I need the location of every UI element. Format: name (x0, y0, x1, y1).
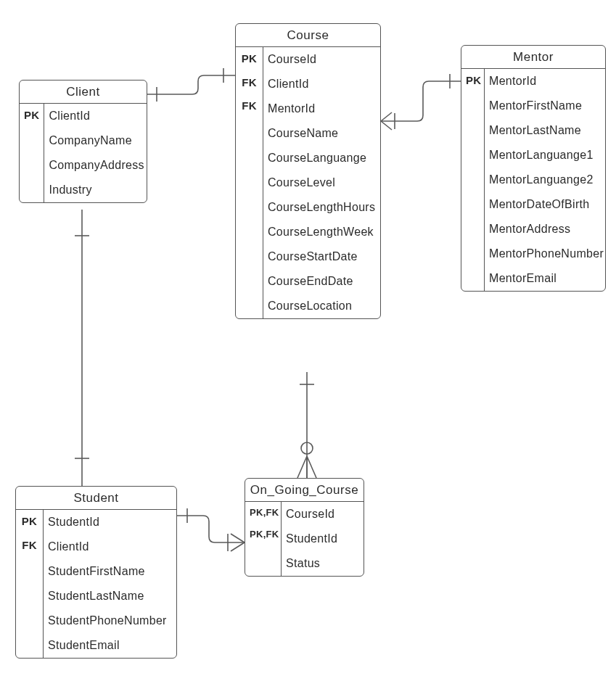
key-cell (236, 169, 263, 176)
svg-line-2 (381, 112, 392, 121)
entity-title: Mentor (461, 46, 605, 69)
svg-line-3 (381, 121, 392, 130)
key-cell (461, 129, 484, 136)
attr-cell: StudentEmail (44, 633, 176, 658)
entity-keys-col: PK (20, 104, 44, 202)
key-cell (16, 564, 43, 571)
svg-line-11 (307, 456, 316, 478)
attr-cell: CompanyAddress (44, 153, 148, 178)
entity-client: Client PK ClientId CompanyName CompanyAd… (19, 80, 147, 203)
key-cell (461, 115, 484, 122)
svg-line-15 (231, 542, 245, 551)
entity-title: Student (16, 487, 176, 510)
attr-cell: StudentId (282, 527, 364, 551)
attr-cell: CourseLanguange (263, 146, 380, 170)
svg-line-10 (297, 456, 307, 478)
key-cell (236, 125, 263, 133)
attr-cell: Industry (44, 178, 148, 202)
key-cell (20, 135, 44, 142)
attr-cell: MentorId (485, 69, 608, 94)
attr-cell: MentorPhoneNumber (485, 242, 608, 266)
entity-mentor: Mentor PK MentorId MentorFirstName Mento… (461, 45, 606, 292)
key-cell (20, 142, 44, 149)
key-cell: FK (236, 94, 263, 118)
entity-title: Course (236, 24, 380, 47)
rel-student-ongoing (177, 516, 245, 542)
key-cell (16, 571, 43, 579)
entity-keys-col: PK FK (16, 510, 44, 658)
key-cell: FK (16, 534, 43, 558)
attr-cell: StudentFirstName (44, 559, 176, 584)
attr-cell: CourseLocation (263, 294, 380, 318)
key-cell (16, 579, 43, 586)
attr-cell: StudentId (44, 510, 176, 535)
entity-attrs-col: CourseId StudentId Status (282, 502, 364, 576)
entity-attrs-col: MentorId MentorFirstName MentorLastName … (485, 69, 608, 291)
key-cell: PK,FK (245, 524, 281, 545)
entity-title: On_Going_Course (245, 479, 364, 502)
entity-attrs-col: CourseId ClientId MentorId CourseName Co… (263, 47, 380, 318)
key-cell (236, 118, 263, 125)
rel-course-mentor (381, 81, 461, 121)
entity-course: Course PK FK FK CourseId ClientId Mentor… (235, 23, 381, 319)
attr-cell: Status (282, 551, 364, 576)
key-cell (236, 154, 263, 162)
key-cell: PK (461, 69, 484, 93)
attr-cell: CourseLengthHours (263, 195, 380, 220)
attr-cell: ClientId (263, 72, 380, 96)
key-cell: FK (236, 71, 263, 95)
entity-ongoing-course: On_Going_Course PK,FK PK,FK CourseId Stu… (245, 478, 364, 577)
attr-cell: MentorDateOfBirth (485, 192, 608, 217)
entity-keys-col: PK FK FK (236, 47, 263, 318)
svg-point-9 (301, 442, 313, 454)
key-cell (461, 144, 484, 151)
attr-cell: CourseId (282, 502, 364, 527)
attr-cell: CourseEndDate (263, 269, 380, 294)
attr-cell: MentorId (263, 96, 380, 121)
entity-keys-col: PK,FK PK,FK (245, 502, 282, 576)
entity-keys-col: PK (461, 69, 485, 291)
attr-cell: CourseLengthWeek (263, 220, 380, 244)
entity-attrs-col: ClientId CompanyName CompanyAddress Indu… (44, 104, 148, 202)
key-cell (16, 557, 43, 564)
rel-client-course (147, 75, 235, 94)
key-cell (236, 133, 263, 140)
attr-cell: CourseName (263, 121, 380, 146)
attr-cell: MentorLastName (485, 118, 608, 143)
key-cell (461, 107, 484, 115)
attr-cell: CourseLevel (263, 170, 380, 195)
svg-line-14 (231, 534, 245, 542)
attr-cell: ClientId (44, 535, 176, 559)
key-cell (461, 136, 484, 144)
key-cell: PK (236, 47, 263, 71)
attr-cell: StudentLastName (44, 584, 176, 608)
key-cell (461, 93, 484, 100)
key-cell: PK (16, 510, 43, 534)
key-cell (461, 100, 484, 107)
attr-cell: MentorAddress (485, 217, 608, 242)
key-cell (236, 162, 263, 169)
key-cell (236, 147, 263, 154)
entity-title: Client (20, 81, 147, 104)
attr-cell: CourseStartDate (263, 244, 380, 269)
attr-cell: MentorFirstName (485, 94, 608, 118)
entity-attrs-col: StudentId ClientId StudentFirstName Stud… (44, 510, 176, 658)
entity-student: Student PK FK StudentId ClientId Student… (15, 486, 177, 659)
attr-cell: MentorLanguange2 (485, 168, 608, 192)
key-cell (236, 140, 263, 147)
er-diagram-canvas: { "entities": { "client": { "title": "Cl… (0, 0, 616, 681)
attr-cell: CompanyName (44, 128, 148, 153)
attr-cell: ClientId (44, 104, 148, 128)
key-cell (245, 545, 281, 552)
attr-cell: CourseId (263, 47, 380, 72)
key-cell: PK,FK (245, 502, 281, 524)
key-cell (20, 128, 44, 135)
attr-cell: MentorEmail (485, 266, 608, 291)
attr-cell: MentorLanguange1 (485, 143, 608, 168)
attr-cell: StudentPhoneNumber (44, 608, 176, 633)
key-cell (461, 122, 484, 129)
key-cell: PK (20, 104, 44, 128)
